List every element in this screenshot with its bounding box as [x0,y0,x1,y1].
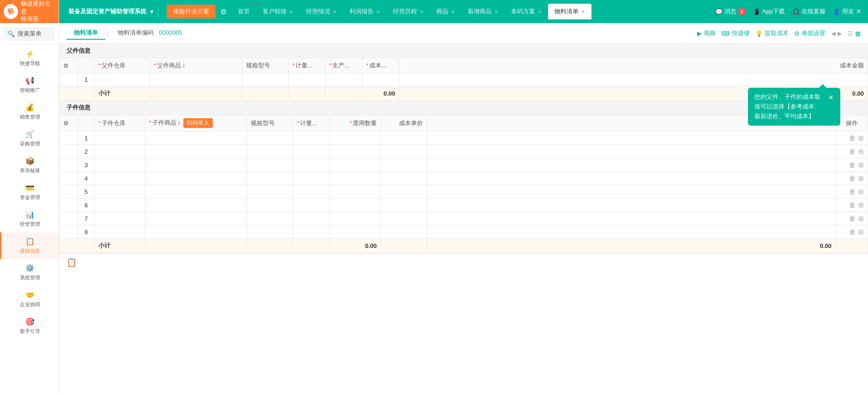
copy-row-4-icon[interactable]: ⊞ [858,175,864,182]
child-unit-cost-input-7[interactable] [385,215,423,222]
delete-row-7-icon[interactable]: 🗑 [849,215,856,222]
copy-row-3-icon[interactable]: ⊞ [858,161,864,169]
child-qty-input-1[interactable] [334,135,377,142]
child-spec-input-4[interactable] [251,175,289,182]
child-qty-input-2[interactable] [334,148,377,155]
child-spec-input-1[interactable] [251,135,289,142]
video-button[interactable]: ▶ 视频 [697,29,716,37]
parent-row-unit[interactable] [289,73,326,86]
child-warehouse-input-6[interactable] [98,202,141,209]
search-menu-button[interactable]: 🔍 搜索菜单 [4,27,55,41]
delete-row-3-icon[interactable]: 🗑 [849,161,856,169]
tab-add-goods[interactable]: 新增商品 ✕ [461,4,505,19]
parent-row-cost[interactable] [362,73,399,86]
child-unit-cost-input-3[interactable] [385,162,423,169]
child-qty-input-6[interactable] [334,202,377,209]
sidebar-item-guide[interactable]: 🎯 新手引导 [0,313,59,339]
sub-tab-bom-list[interactable]: 物料清单 [66,27,105,40]
child-unit-cost-input-4[interactable] [385,175,423,182]
child-warehouse-input-7[interactable] [98,215,141,222]
grid-view-icon[interactable]: ▦ [855,30,861,37]
delete-row-5-icon[interactable]: 🗑 [849,188,856,195]
tab-operations[interactable]: 经营情况 ✕ [300,4,343,19]
child-spec-input-7[interactable] [251,215,289,222]
sidebar-item-basic-info[interactable]: 📋 基础信息 [0,232,59,259]
column-settings-icon[interactable]: ⚙ [63,62,69,69]
child-qty-input-5[interactable] [334,188,377,195]
close-history-tab-icon[interactable]: ✕ [420,9,423,14]
parent-spec-input[interactable] [246,76,284,83]
copy-row-7-icon[interactable]: ⊞ [858,215,864,222]
child-unit-input-1[interactable] [297,135,326,142]
child-product-input-6[interactable] [149,202,243,209]
trial-button[interactable]: 体验行业方案 [167,5,216,18]
child-unit-input-4[interactable] [297,175,326,182]
child-product-input-7[interactable] [149,215,243,222]
shortcut-button[interactable]: ⌨ 快捷键 [721,29,750,37]
child-spec-input-3[interactable] [251,162,289,169]
parent-product-input[interactable] [154,76,238,83]
close-bom-tab-icon[interactable]: ✕ [581,9,585,14]
tab-profit[interactable]: 利润报告 ✕ [343,4,386,19]
child-unit-cost-input-5[interactable] [385,188,423,195]
child-warehouse-input-8[interactable] [98,229,141,236]
sidebar-item-quick-nav[interactable]: ⚡ 快捷导航 [0,45,59,72]
child-product-input-4[interactable] [149,175,243,182]
child-column-settings-icon[interactable]: ⚙ [63,120,69,127]
child-unit-cost-input-6[interactable] [385,202,423,209]
child-spec-input-5[interactable] [251,188,289,195]
child-qty-input-7[interactable] [334,215,377,222]
extract-cost-button[interactable]: 💡 提取成本 [755,29,789,37]
close-operations-tab-icon[interactable]: ✕ [333,9,337,14]
list-view-icon[interactable]: ☰ [848,30,853,37]
close-all-tabs-icon[interactable]: ✕ [854,6,863,17]
child-warehouse-input-4[interactable] [98,175,141,182]
close-add-goods-tab-icon[interactable]: ✕ [494,9,498,14]
delete-row-4-icon[interactable]: 🗑 [849,175,856,182]
sidebar-item-sales[interactable]: 💰 销售管理 [0,98,59,125]
sidebar-item-operations[interactable]: 📊 经营管理 [0,206,59,232]
child-product-input-2[interactable] [149,148,243,155]
message-button[interactable]: 💬 消息 6 [715,7,746,16]
child-qty-input-4[interactable] [334,175,377,182]
child-warehouse-input-3[interactable] [98,162,141,169]
sidebar-item-cooperation[interactable]: 🤝 企业协同 [0,286,59,313]
child-qty-input-3[interactable] [334,162,377,169]
tab-home[interactable]: 首页 [231,4,256,19]
next-page-icon[interactable]: ▶ [838,30,842,37]
close-customer-tab-icon[interactable]: ✕ [289,9,293,14]
close-goods-tab-icon[interactable]: ✕ [451,9,455,14]
tooltip-close-button[interactable]: ✕ [828,92,834,103]
parent-row-spec[interactable] [242,73,289,86]
close-profit-tab-icon[interactable]: ✕ [376,9,380,14]
user-menu-button[interactable]: 👤 用友 [833,7,854,16]
child-qty-input-8[interactable] [334,229,377,236]
sub-tab-bom-code[interactable]: 物料清单编码 0000005 [110,27,189,40]
child-warehouse-input-1[interactable] [98,135,141,142]
child-spec-input-6[interactable] [251,202,289,209]
parent-cost-input[interactable] [366,76,395,83]
copy-row-5-icon[interactable]: ⊞ [858,188,864,195]
dropdown-arrow-icon[interactable]: ▾ [150,8,153,15]
child-unit-cost-input-2[interactable] [385,148,423,155]
app-download-button[interactable]: 📱 App下载 [753,7,785,16]
settings-gear-icon[interactable]: ⚙ [220,7,227,16]
child-unit-input-5[interactable] [297,188,326,195]
online-service-button[interactable]: 🎧 在线客服 [792,7,826,16]
delete-row-1-icon[interactable]: 🗑 [849,134,856,142]
tab-history[interactable]: 经营历程 ✕ [386,4,430,19]
tab-customer[interactable]: 客户联络 ✕ [256,4,300,19]
child-product-input-5[interactable] [149,188,243,195]
child-unit-input-8[interactable] [297,229,326,236]
tab-goods[interactable]: 商品 ✕ [430,4,461,19]
child-warehouse-input-2[interactable] [98,148,141,155]
parent-production-input[interactable] [329,76,358,83]
child-unit-input-2[interactable] [297,148,326,155]
copy-row-6-icon[interactable]: ⊞ [858,201,864,209]
copy-row-1-icon[interactable]: ⊞ [858,134,864,142]
delete-row-2-icon[interactable]: 🗑 [849,148,856,155]
copy-row-2-icon[interactable]: ⊞ [858,148,864,155]
sidebar-item-marketing[interactable]: 📢 营销推广 [0,72,59,98]
parent-row-warehouse[interactable] [95,73,150,86]
delete-row-6-icon[interactable]: 🗑 [849,201,856,209]
